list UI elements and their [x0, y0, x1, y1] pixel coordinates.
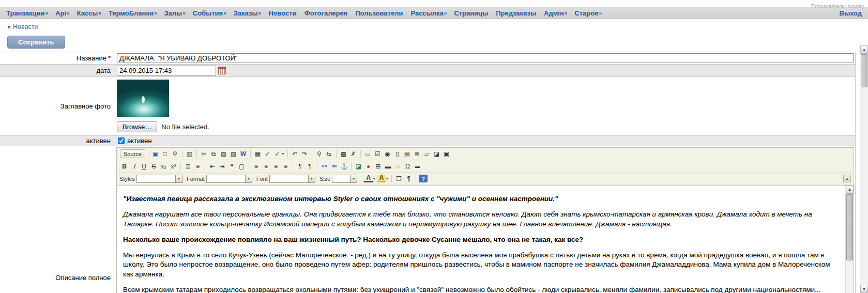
combo-box[interactable] [332, 175, 351, 183]
nav-item[interactable]: События» [193, 9, 226, 17]
form-button[interactable]: ▭ [363, 149, 372, 158]
about-button[interactable]: ? [419, 175, 428, 182]
page-break-button[interactable]: ▬ [413, 162, 422, 171]
background-color-arrow-icon[interactable]: ▾ [385, 174, 389, 183]
toolbar-combo[interactable]: Font ▾ [256, 175, 315, 183]
source-button[interactable]: Source [120, 149, 145, 158]
nav-item[interactable]: Пользователи [355, 9, 403, 17]
print-button[interactable]: ▦ [253, 149, 262, 158]
italic-button[interactable]: I [130, 162, 139, 171]
subscript-button[interactable]: x₂ [159, 162, 168, 171]
superscript-button[interactable]: x² [169, 162, 178, 171]
nav-item[interactable]: Фотогалерея [304, 9, 348, 17]
nav-item[interactable]: Кассы» [77, 9, 101, 17]
smiley-button[interactable]: ☺ [393, 162, 402, 171]
bidi-ltr-button[interactable]: ¶ [296, 162, 304, 171]
toolbar-combo[interactable]: Styles ▾ [119, 175, 182, 183]
combo-arrow-icon[interactable]: ▾ [309, 175, 315, 183]
copy-button[interactable]: ⧉ [209, 149, 218, 158]
justify-center-button[interactable]: ≡ [262, 162, 270, 171]
editor-scrollbar[interactable]: ▲ [845, 186, 854, 293]
toolbar-collapse-button[interactable]: ▴ [843, 175, 851, 182]
paste-text-button[interactable]: ▧ [229, 149, 238, 158]
paste-from-word-button[interactable]: W [239, 149, 248, 158]
underline-button[interactable]: U [140, 162, 148, 171]
justify-block-button[interactable]: ≡ [281, 162, 290, 171]
select-field-button[interactable]: ≣ [413, 149, 421, 158]
numbered-list-button[interactable]: ≣ [184, 162, 192, 171]
combo-box[interactable] [136, 175, 176, 183]
preview-button[interactable]: ⚲ [171, 149, 179, 158]
special-char-button[interactable]: Ω [403, 162, 412, 171]
find-button[interactable]: ⚲ [315, 149, 324, 158]
scayt-arrow-icon[interactable]: ▾ [281, 149, 285, 158]
replace-button[interactable]: ⇆ [325, 149, 333, 158]
table-button[interactable]: ⊞ [374, 162, 383, 171]
nav-item[interactable]: ТермоБланки» [109, 9, 157, 17]
scroll-up-icon[interactable]: ▲ [846, 186, 854, 194]
anchor-button[interactable]: ⚓ [340, 162, 348, 171]
text-color-button[interactable]: A [364, 175, 373, 182]
nav-item[interactable]: Адмін» [544, 9, 567, 17]
unlink-button[interactable]: ⚮ [330, 162, 339, 171]
bold-button[interactable]: B [120, 162, 129, 171]
editor-save-button[interactable]: ▣ [151, 149, 160, 158]
maximize-button[interactable]: ❒ [394, 174, 403, 183]
horizontal-rule-button[interactable]: ▬ [384, 162, 392, 171]
active-checkbox[interactable] [118, 137, 125, 144]
justify-left-button[interactable]: ≡ [252, 162, 261, 171]
page-scroll-up-icon[interactable]: ▲ [860, 45, 868, 54]
image-button-field-button[interactable]: ◪ [432, 149, 441, 158]
date-input[interactable] [117, 66, 216, 75]
nav-item[interactable]: Старое» [574, 9, 602, 17]
calendar-icon[interactable] [218, 67, 226, 74]
justify-right-button[interactable]: ≡ [271, 162, 280, 171]
outdent-button[interactable]: ⇤ [208, 162, 217, 171]
undo-button[interactable]: ↶ [291, 149, 299, 158]
combo-box[interactable] [206, 175, 246, 183]
background-color-button[interactable]: A [377, 175, 386, 182]
radio-field-button[interactable]: ◉ [383, 149, 392, 158]
strike-button[interactable]: S [149, 162, 158, 171]
scayt-button[interactable]: ✓ [273, 149, 282, 158]
nav-item[interactable]: Транзакции» [6, 9, 48, 17]
textarea-field-button[interactable]: ▤ [403, 149, 412, 158]
nav-item[interactable]: Предзаказы [496, 9, 537, 17]
remove-format-button[interactable]: ✗ [349, 149, 358, 158]
nav-item[interactable]: Заказы» [234, 9, 261, 17]
templates-button[interactable]: ▥ [185, 149, 194, 158]
image-button[interactable]: ◪ [354, 162, 363, 171]
link-button[interactable]: ⚯ [320, 162, 329, 171]
redo-button[interactable]: ↷ [300, 149, 309, 158]
new-page-button[interactable]: □ [161, 149, 170, 158]
page-scrollbar-thumb[interactable] [861, 54, 867, 87]
hidden-field-button[interactable]: ▣ [442, 149, 451, 158]
combo-arrow-icon[interactable]: ▾ [176, 175, 182, 183]
button-field-button[interactable]: ▱ [422, 149, 431, 158]
toolbar-combo[interactable]: Format ▾ [187, 175, 252, 183]
bulleted-list-button[interactable]: ≡ [193, 162, 202, 171]
combo-box[interactable] [269, 175, 309, 183]
select-all-button[interactable]: ▩ [339, 149, 348, 158]
logout-link[interactable]: Выход [840, 9, 862, 17]
paste-button[interactable]: ▧ [219, 149, 228, 158]
bidi-rtl-button[interactable]: ¶ [306, 162, 314, 171]
nav-item[interactable]: Новости [268, 9, 297, 17]
editor-content[interactable]: "Известная певица рассказала в эксклюзив… [117, 185, 854, 293]
breadcrumb-link[interactable]: Новости [13, 23, 38, 30]
checkbox-field-button[interactable]: ☑ [373, 149, 382, 158]
nav-item[interactable]: Страницы [454, 9, 489, 17]
nav-item[interactable]: Залы» [164, 9, 185, 17]
text-field-button[interactable]: ▯ [393, 149, 402, 158]
browse-button[interactable]: Browse… [117, 121, 157, 132]
indent-button[interactable]: ⇥ [218, 162, 226, 171]
toolbar-combo[interactable]: Size ▾ [319, 175, 357, 183]
cut-button[interactable]: ✂ [200, 149, 208, 158]
text-color-arrow-icon[interactable]: ▾ [372, 174, 376, 183]
blockquote-button[interactable]: ❝ [227, 162, 236, 171]
nav-item[interactable]: Рассылка» [410, 9, 447, 17]
flash-button[interactable]: ● [364, 162, 373, 171]
save-button[interactable]: Сохранить [7, 36, 65, 49]
combo-arrow-icon[interactable]: ▾ [351, 175, 357, 183]
nav-item[interactable]: Api» [55, 9, 70, 17]
